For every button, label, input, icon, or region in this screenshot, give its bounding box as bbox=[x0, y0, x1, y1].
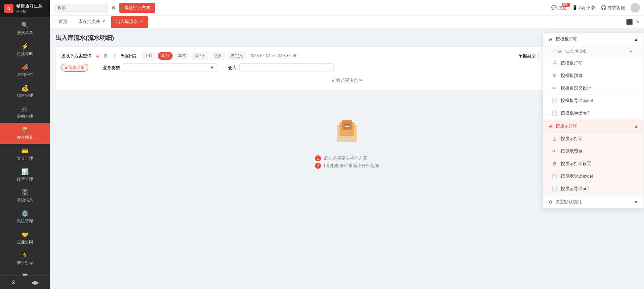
dp-template-chevron-up: ▲ bbox=[634, 37, 638, 42]
date-tag-custom[interactable]: 自定义 bbox=[228, 52, 246, 60]
phone-icon: 📱 bbox=[572, 5, 578, 10]
dp-template-print-item[interactable]: 🖨 按模板打印 bbox=[543, 57, 644, 70]
sidebar-settings-button[interactable]: ⚙ bbox=[11, 279, 16, 286]
message-badge[interactable]: 💬 消息 99+ bbox=[551, 5, 567, 11]
inventory-icon: 📦 bbox=[21, 126, 29, 134]
template-pdf-label: 按模板导出pdf bbox=[561, 110, 589, 116]
app-download[interactable]: 📱 App下载 bbox=[572, 5, 595, 11]
app-download-label: App下载 bbox=[579, 5, 595, 11]
tab-flow[interactable]: 出入库流水 ✕ bbox=[111, 16, 148, 28]
sidebar-footer: ⚙ ◀▶ bbox=[0, 275, 50, 289]
date-tag-7days[interactable]: 近7天 bbox=[192, 52, 209, 60]
tab-home[interactable]: 首页 bbox=[54, 16, 72, 28]
tab-batch[interactable]: 库存批次账 ✕ bbox=[74, 16, 110, 28]
date-tag-this-year[interactable]: 本年 bbox=[175, 52, 189, 60]
sidebar-item-basic[interactable]: 🗄️ 基础信息 bbox=[0, 186, 50, 207]
set-default-chevron: ▼ bbox=[634, 200, 638, 205]
empty-steps: 1 请先选择要分析的方案 2 用[过滤]条件来缩小分析范围 bbox=[315, 154, 379, 170]
restore-icon[interactable]: ⬛ bbox=[626, 19, 633, 25]
finance-icon: 💳 bbox=[21, 147, 29, 155]
current-chevron: ▼ bbox=[629, 49, 633, 54]
topbar: ⚙ 体验行业方案 💬 消息 99+ 📱 App下载 🎧 在线客服 bbox=[50, 0, 644, 16]
sidebar-item-shortcut-label: 快捷导航 bbox=[17, 51, 33, 57]
dp-display-settings-item[interactable]: ⚙ 按显示打印设置 bbox=[543, 158, 644, 170]
dp-display-print-item[interactable]: 🖨 按显示打印 bbox=[543, 133, 644, 145]
industry-button[interactable]: 体验行业方案 bbox=[119, 3, 155, 13]
sidebar-item-search-label: 搜索菜单 bbox=[17, 30, 33, 36]
dp-set-default[interactable]: ⚙ 设置默认功能 ▼ bbox=[543, 195, 644, 208]
active-filter-icon: ● bbox=[65, 65, 67, 70]
step-1-num: 1 bbox=[315, 155, 321, 161]
filter-add-button[interactable]: ＋ bbox=[94, 52, 100, 60]
shortcut-icon: ⚡ bbox=[21, 43, 29, 50]
topbar-right: 💬 消息 99+ 📱 App下载 🎧 在线客服 bbox=[551, 3, 640, 12]
tab-flow-close[interactable]: ✕ bbox=[140, 19, 143, 24]
dp-template-preview-item[interactable]: 👁 按模板预览 bbox=[543, 70, 644, 82]
business-type-select[interactable]: ▼ bbox=[123, 63, 217, 72]
display-excel-icon: 📄 bbox=[551, 174, 557, 179]
gear-icon[interactable]: ⚙ bbox=[111, 4, 116, 11]
basic-icon: 🗄️ bbox=[21, 189, 29, 196]
sidebar-item-guide[interactable]: 🏃 新手引导 bbox=[0, 248, 50, 269]
doc-type-label: 单据类型 bbox=[518, 53, 536, 59]
date-tag-this-month[interactable]: 本月 bbox=[158, 52, 173, 60]
customer-service[interactable]: 🎧 在线客服 bbox=[601, 5, 625, 11]
sidebar-item-shortcut[interactable]: ⚡ 快捷导航 bbox=[0, 39, 50, 60]
sidebar-item-finance[interactable]: 💳 资金管理 bbox=[0, 144, 50, 165]
sidebar-item-search[interactable]: 🔍 搜索菜单 bbox=[0, 18, 50, 39]
sidebar-item-marketing[interactable]: 📣 营销推广 bbox=[0, 60, 50, 81]
tab-batch-close[interactable]: ✕ bbox=[102, 19, 105, 24]
sidebar-item-purchase[interactable]: 🛒 采购管理 bbox=[0, 102, 50, 123]
guide-icon: 🏃 bbox=[21, 252, 29, 259]
dropdown-panel: 🖨 按模板打印 ▲ 当前：出入库流水 ▼ 🖨 按模板打印 👁 按模板预览 ✏ 模… bbox=[543, 32, 644, 209]
date-tag-more[interactable]: 更多 bbox=[211, 52, 226, 60]
logo-sub: 标准版 bbox=[16, 9, 42, 14]
template-pdf-icon: 📄 bbox=[551, 110, 557, 116]
sidebar-collapse-button[interactable]: ◀▶ bbox=[31, 279, 39, 286]
filter-scheme-label: 按以下方案查询 ＋ ⚙ 《 bbox=[61, 52, 116, 60]
search-input[interactable] bbox=[54, 4, 108, 12]
sidebar-item-system[interactable]: ⚙️ 系统管理 bbox=[0, 207, 50, 228]
display-preview-label: 按显示预览 bbox=[561, 148, 583, 154]
sidebar-item-apps[interactable]: 🔲 应用中心 bbox=[0, 269, 50, 275]
dp-display-print-header[interactable]: 🖨 按显示打印 ▲ bbox=[543, 120, 644, 133]
system-icon: ⚙️ bbox=[21, 210, 29, 217]
display-settings-icon: ⚙ bbox=[551, 161, 557, 166]
active-filter-tag[interactable]: ● 流水明细 bbox=[61, 64, 88, 72]
logo-icon: b bbox=[4, 4, 13, 13]
filter-collapse-button[interactable]: 《 bbox=[111, 52, 116, 59]
sidebar-item-system-label: 系统管理 bbox=[17, 218, 33, 224]
printer-icon: 🖨 bbox=[549, 37, 553, 42]
dp-template-custom-item[interactable]: ✏ 模板自定义设计 bbox=[543, 82, 644, 95]
warehouse-more[interactable]: ··· bbox=[327, 65, 331, 70]
sidebar-item-purchase-label: 采购管理 bbox=[17, 114, 33, 120]
sidebar-item-basic-label: 基础信息 bbox=[17, 198, 33, 203]
set-default-icon: ⚙ bbox=[549, 200, 553, 205]
dp-display-preview-item[interactable]: 👁 按显示预览 bbox=[543, 145, 644, 158]
display-preview-icon: 👁 bbox=[551, 149, 557, 154]
business-type-label: 业务类型 bbox=[103, 65, 120, 71]
sidebar-item-collab[interactable]: 🤝 企业协同 bbox=[0, 228, 50, 248]
empty-step-1: 1 请先选择要分析的方案 bbox=[315, 155, 379, 161]
date-tag-last-month[interactable]: 上月 bbox=[141, 52, 156, 60]
sidebar: b 畅捷通好生意 标准版 🔍 搜索菜单 ⚡ 快捷导航 📣 营销推广 💰 销售管理… bbox=[0, 0, 50, 289]
filter-settings-button[interactable]: ⚙ bbox=[103, 53, 108, 59]
tab-restore: ⬛ ✕ bbox=[626, 19, 640, 25]
sidebar-item-sales[interactable]: 💰 销售管理 bbox=[0, 81, 50, 102]
sidebar-item-inventory[interactable]: 📦 库存核算 bbox=[0, 123, 50, 144]
dp-template-print-header[interactable]: 🖨 按模板打印 ▲ bbox=[543, 33, 644, 46]
dp-template-pdf-item[interactable]: 📄 按模板导出pdf bbox=[543, 107, 644, 120]
sales-icon: 💰 bbox=[21, 84, 29, 92]
dp-display-pdf-item[interactable]: 📄 按显示导出pdf bbox=[543, 183, 644, 195]
display-excel-label: 按显示导出excel bbox=[561, 173, 593, 179]
headphone-icon: 🎧 bbox=[601, 5, 606, 10]
warehouse-select[interactable]: ··· bbox=[239, 63, 334, 72]
avatar[interactable] bbox=[631, 3, 640, 12]
marketing-icon: 📣 bbox=[21, 63, 29, 71]
dp-template-excel-item[interactable]: 📄 按模板导出excel bbox=[543, 95, 644, 107]
template-excel-label: 按模板导出excel bbox=[561, 98, 593, 104]
dp-display-excel-item[interactable]: 📄 按显示导出excel bbox=[543, 170, 644, 183]
close-icon[interactable]: ✕ bbox=[636, 19, 640, 25]
sidebar-item-inventory-label: 库存核算 bbox=[17, 135, 33, 140]
sidebar-item-operation[interactable]: 📊 经营管理 bbox=[0, 165, 50, 186]
